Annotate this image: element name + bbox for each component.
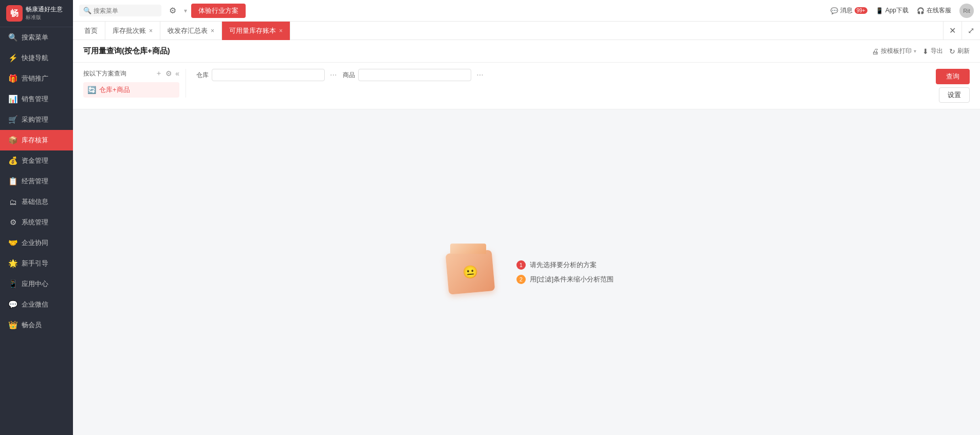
sidebar-item-label: 经营管理: [22, 177, 48, 186]
guide-icon: 🌟: [8, 259, 17, 268]
goods-more-btn[interactable]: ···: [476, 70, 483, 80]
page-actions: 🖨 按模板打印 ▾ ⬇ 导出 ↻ 刷新: [872, 47, 970, 55]
enterprise-icon: 🤝: [8, 238, 17, 248]
export-btn[interactable]: ⬇ 导出: [922, 47, 943, 55]
sidebar-item-label: 销售管理: [22, 94, 48, 104]
sidebar-item-enterprise[interactable]: 🤝 企业协同: [0, 233, 73, 253]
sidebar-item-label: 基础信息: [22, 197, 48, 206]
main-area: 🔍 ⚙ ▾ 体验行业方案 💬 消息 99+ 📱 App下载 🎧 在线客服 Rit: [73, 0, 980, 435]
purchase-icon: 🛒: [8, 115, 17, 124]
filter-schemes: 按以下方案查询 ＋ ⚙ « 🔄 仓库+商品: [83, 69, 186, 98]
tip-num-2: 2: [516, 275, 526, 284]
topbar-search-box[interactable]: 🔍: [79, 5, 161, 16]
member-icon: 👑: [8, 320, 17, 330]
sidebar-item-app-center[interactable]: 📱 应用中心: [0, 274, 73, 294]
collapse-schemes-btn[interactable]: «: [175, 69, 179, 78]
empty-state: 😐 1 请先选择要分析的方案 2 用[过滤]条件来缩小分析范围: [73, 109, 980, 435]
refresh-btn[interactable]: ↻ 刷新: [949, 47, 970, 55]
sidebar-item-search[interactable]: 🔍 搜索菜单: [0, 27, 73, 48]
sidebar-item-system[interactable]: ⚙ 系统管理: [0, 212, 73, 233]
sidebar-item-basic-info[interactable]: 🗂 基础信息: [0, 192, 73, 212]
close-window-btn[interactable]: ✕: [943, 22, 961, 40]
empty-tips: 1 请先选择要分析的方案 2 用[过滤]条件来缩小分析范围: [516, 260, 614, 284]
tab-home[interactable]: 首页: [77, 22, 105, 40]
print-btn[interactable]: 🖨 按模板打印 ▾: [872, 47, 916, 55]
sidebar: 畅 畅康通好生意 标准版 🔍 搜索菜单 ⚡ 快捷导航 🎁 营销推广 📊 销售管理…: [0, 0, 73, 435]
operations-icon: 📋: [8, 177, 17, 186]
window-controls: ✕ ⤢: [943, 22, 980, 40]
print-dropdown-icon[interactable]: ▾: [914, 48, 916, 54]
tab-available-stock[interactable]: 可用量库存账本 ×: [222, 22, 290, 40]
sidebar-item-label: 快捷导航: [22, 53, 48, 63]
search-input[interactable]: [94, 7, 157, 14]
logo-icon: 畅: [6, 5, 23, 22]
warehouse-input[interactable]: [212, 69, 325, 81]
sidebar-item-label: 企业协同: [22, 238, 48, 248]
settings-button[interactable]: 设置: [939, 87, 970, 103]
phone-icon: 📱: [876, 7, 883, 14]
sidebar-item-member[interactable]: 👑 畅会员: [0, 315, 73, 335]
sidebar-item-quick-nav[interactable]: ⚡ 快捷导航: [0, 48, 73, 68]
filter-fields: 仓库 ··· 商品 ···: [186, 69, 930, 81]
scheme-icon: 🔄: [87, 86, 96, 94]
sidebar-item-purchase[interactable]: 🛒 采购管理: [0, 109, 73, 130]
filter-panel: 按以下方案查询 ＋ ⚙ « 🔄 仓库+商品 仓库 ··· 商品: [73, 63, 980, 109]
message-btn[interactable]: 💬 消息 99+: [830, 6, 867, 15]
goods-input[interactable]: [358, 69, 471, 81]
sidebar-item-wechat[interactable]: 💬 企业微信: [0, 294, 73, 315]
app-download-btn[interactable]: 📱 App下载: [876, 6, 909, 15]
search-icon: 🔍: [83, 7, 91, 14]
sidebar-nav: 🔍 搜索菜单 ⚡ 快捷导航 🎁 营销推广 📊 销售管理 🛒 采购管理 📦 库存核…: [0, 27, 73, 435]
marketing-icon: 🎁: [8, 74, 17, 83]
schemes-header: 按以下方案查询 ＋ ⚙ «: [83, 69, 179, 78]
tab-close-batch-ledger[interactable]: ×: [149, 27, 153, 34]
empty-tip-2: 2 用[过滤]条件来缩小分析范围: [516, 275, 614, 284]
sidebar-item-marketing[interactable]: 🎁 营销推广: [0, 68, 73, 89]
gear-icon[interactable]: ⚙: [165, 4, 180, 18]
system-icon: ⚙: [8, 218, 17, 227]
warehouse-more-btn[interactable]: ···: [330, 70, 337, 80]
topbar-right: 💬 消息 99+ 📱 App下载 🎧 在线客服 Rit: [830, 4, 974, 18]
dropdown-icon[interactable]: ▾: [184, 7, 187, 14]
sidebar-item-label: 企业微信: [22, 300, 48, 309]
scheme-item-warehouse-goods[interactable]: 🔄 仓库+商品: [83, 82, 179, 98]
sidebar-item-sales[interactable]: 📊 销售管理: [0, 89, 73, 109]
tab-receive-send[interactable]: 收发存汇总表 ×: [160, 22, 222, 40]
tab-close-receive-send[interactable]: ×: [211, 27, 214, 34]
add-scheme-btn[interactable]: ＋: [155, 69, 162, 78]
sidebar-item-label: 应用中心: [22, 279, 48, 289]
refresh-icon: ↻: [949, 47, 955, 55]
trial-btn[interactable]: 体验行业方案: [191, 4, 246, 18]
sidebar-item-label: 新手引导: [22, 259, 48, 268]
manage-scheme-btn[interactable]: ⚙: [165, 69, 172, 78]
sidebar-item-operations[interactable]: 📋 经营管理: [0, 171, 73, 192]
sidebar-item-label: 搜索菜单: [22, 33, 48, 42]
sidebar-item-finance[interactable]: 💰 资金管理: [0, 150, 73, 171]
message-badge: 99+: [855, 7, 867, 14]
page-header: 可用量查询(按仓库+商品) 🖨 按模板打印 ▾ ⬇ 导出 ↻ 刷新: [73, 40, 980, 63]
tab-close-available-stock[interactable]: ×: [279, 27, 283, 34]
empty-box: 😐: [446, 250, 495, 295]
empty-illustration: 😐: [439, 241, 501, 303]
sidebar-item-label: 资金管理: [22, 156, 48, 165]
online-service-btn[interactable]: 🎧 在线客服: [917, 6, 951, 15]
tip-num-1: 1: [516, 260, 526, 270]
wechat-icon: 💬: [8, 300, 17, 309]
sidebar-item-label: 营销推广: [22, 74, 48, 83]
maximize-window-btn[interactable]: ⤢: [961, 22, 980, 40]
sidebar-item-label: 畅会员: [22, 320, 42, 330]
logo-text: 畅康通好生意 标准版: [26, 6, 63, 21]
goods-label: 商品: [343, 71, 355, 80]
basic-info-icon: 🗂: [8, 198, 17, 206]
sidebar-item-inventory[interactable]: 📦 库存核算: [0, 130, 73, 150]
sidebar-item-label: 系统管理: [22, 218, 48, 227]
query-button[interactable]: 查询: [936, 69, 970, 84]
tab-batch-ledger[interactable]: 库存批次账 ×: [105, 22, 160, 40]
filter-field-goods: 商品 ···: [343, 69, 483, 81]
inventory-icon: 📦: [8, 136, 17, 145]
sidebar-item-guide[interactable]: 🌟 新手引导: [0, 253, 73, 274]
avatar[interactable]: Rit: [959, 4, 974, 18]
filter-field-warehouse: 仓库 ···: [196, 69, 337, 81]
warehouse-label: 仓库: [196, 71, 209, 80]
app-center-icon: 📱: [8, 279, 17, 289]
